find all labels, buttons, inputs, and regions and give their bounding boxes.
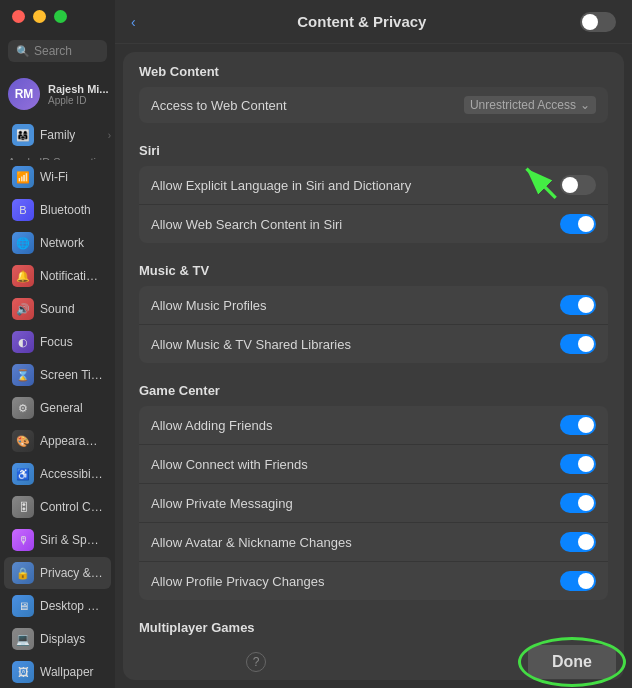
chevron-down-icon: ⌄	[580, 98, 590, 112]
row-label-private-messaging: Allow Private Messaging	[151, 496, 560, 511]
sidebar-label-network: Network	[40, 236, 84, 250]
bottom-bar: ? Done	[230, 636, 632, 688]
main-area: ‹ Content & Privacy Web ContentAccess to…	[115, 0, 632, 688]
row-adding-friends: Allow Adding Friends	[139, 406, 608, 445]
section-siri: SiriAllow Explicit Language in Siri and …	[123, 131, 624, 251]
toggle-private-messaging[interactable]	[560, 493, 596, 513]
sound-icon: 🔊	[12, 298, 34, 320]
sidebar-label-privacy: Privacy & Sec...	[40, 566, 103, 580]
siri-icon: 🎙	[12, 529, 34, 551]
general-icon: ⚙	[12, 397, 34, 419]
section-title-multiplayer: Multiplayer Games	[139, 620, 608, 635]
bluetooth-icon: B	[12, 199, 34, 221]
close-button[interactable]	[12, 10, 25, 23]
sidebar-item-controlcenter[interactable]: 🎛Control Centr...	[4, 491, 111, 523]
page-title: Content & Privacy	[144, 13, 580, 30]
row-label-avatar-nickname: Allow Avatar & Nickname Changes	[151, 535, 560, 550]
help-button[interactable]: ?	[246, 652, 266, 672]
sidebar-item-general[interactable]: ⚙General	[4, 392, 111, 424]
toggle-connect-friends[interactable]	[560, 454, 596, 474]
traffic-lights	[12, 10, 67, 23]
chevron-right-icon: ›	[108, 130, 111, 141]
search-icon: 🔍	[16, 45, 30, 58]
desktop-icon: 🖥	[12, 595, 34, 617]
wifi-icon: 📶	[12, 166, 34, 188]
sidebar-label-notifications: Notifications	[40, 269, 103, 283]
row-access-web: Access to Web ContentUnrestricted Access…	[139, 87, 608, 123]
sidebar-label-controlcenter: Control Centr...	[40, 500, 103, 514]
sidebar-label-sound: Sound	[40, 302, 75, 316]
sidebar-label-accessibility: Accessibility	[40, 467, 103, 481]
sidebar-item-wifi[interactable]: 📶Wi-Fi	[4, 161, 111, 193]
sidebar-item-bluetooth[interactable]: BBluetooth	[4, 194, 111, 226]
sidebar-label-wifi: Wi-Fi	[40, 170, 68, 184]
sidebar-item-appearance[interactable]: 🎨Appearance	[4, 425, 111, 457]
toggle-adding-friends[interactable]	[560, 415, 596, 435]
search-box[interactable]: 🔍 Search	[8, 40, 107, 62]
section-title-game-center: Game Center	[139, 383, 608, 398]
sidebar-label-siri: Siri & Spotlight	[40, 533, 103, 547]
toggle-avatar-nickname[interactable]	[560, 532, 596, 552]
row-profile-privacy: Allow Profile Privacy Changes	[139, 562, 608, 600]
user-section[interactable]: RM Rajesh Mi... Apple ID	[0, 74, 115, 118]
main-toggle[interactable]	[580, 12, 616, 32]
row-private-messaging: Allow Private Messaging	[139, 484, 608, 523]
back-chevron-icon: ‹	[131, 14, 136, 30]
row-label-explicit-language: Allow Explicit Language in Siri and Dict…	[151, 178, 560, 193]
accessibility-icon: ♿	[12, 463, 34, 485]
controlcenter-icon: 🎛	[12, 496, 34, 518]
sidebar-label-displays: Displays	[40, 632, 85, 646]
sidebar-item-privacy[interactable]: 🔒Privacy & Sec...	[4, 557, 111, 589]
sidebar-label-screentime: Screen Time	[40, 368, 103, 382]
minimize-button[interactable]	[33, 10, 46, 23]
sidebar-item-notifications[interactable]: 🔔Notifications	[4, 260, 111, 292]
user-subtitle: Apple ID	[48, 95, 109, 106]
row-explicit-language: Allow Explicit Language in Siri and Dict…	[139, 166, 608, 205]
row-web-search: Allow Web Search Content in Siri	[139, 205, 608, 243]
row-shared-libraries: Allow Music & TV Shared Libraries	[139, 325, 608, 363]
sidebar-item-network[interactable]: 🌐Network	[4, 227, 111, 259]
section-game-center: Game CenterAllow Adding FriendsAllow Con…	[123, 371, 624, 608]
toggle-profile-privacy[interactable]	[560, 571, 596, 591]
screentime-icon: ⌛	[12, 364, 34, 386]
row-label-music-profiles: Allow Music Profiles	[151, 298, 560, 313]
done-highlight-circle	[518, 637, 626, 687]
sidebar-item-wallpaper[interactable]: 🖼Wallpaper	[4, 656, 111, 688]
select-value-access-web: Unrestricted Access	[470, 98, 576, 112]
sidebar-item-family[interactable]: 👨‍👩‍👧 Family ›	[4, 119, 111, 151]
row-label-shared-libraries: Allow Music & TV Shared Libraries	[151, 337, 560, 352]
row-label-web-search: Allow Web Search Content in Siri	[151, 217, 560, 232]
done-button-wrapper: Done	[528, 645, 616, 679]
sidebar-item-siri[interactable]: 🎙Siri & Spotlight	[4, 524, 111, 556]
toggle-music-profiles[interactable]	[560, 295, 596, 315]
section-title-siri: Siri	[139, 143, 608, 158]
sidebar-label-bluetooth: Bluetooth	[40, 203, 91, 217]
network-icon: 🌐	[12, 232, 34, 254]
sidebar-items: 📶Wi-FiBBluetooth🌐Network🔔Notifications🔊S…	[0, 160, 115, 688]
sidebar: 🔍 Search RM Rajesh Mi... Apple ID 👨‍👩‍👧 …	[0, 0, 115, 688]
header: ‹ Content & Privacy	[115, 0, 632, 44]
row-avatar-nickname: Allow Avatar & Nickname Changes	[139, 523, 608, 562]
section-title-web-content: Web Content	[139, 64, 608, 79]
section-music-tv: Music & TVAllow Music ProfilesAllow Musi…	[123, 251, 624, 371]
select-access-web[interactable]: Unrestricted Access ⌄	[464, 96, 596, 114]
sidebar-item-desktop[interactable]: 🖥Desktop & Do...	[4, 590, 111, 622]
toggle-shared-libraries[interactable]	[560, 334, 596, 354]
fullscreen-button[interactable]	[54, 10, 67, 23]
focus-icon: ◐	[12, 331, 34, 353]
sidebar-item-displays[interactable]: 💻Displays	[4, 623, 111, 655]
sidebar-item-accessibility[interactable]: ♿Accessibility	[4, 458, 111, 490]
sidebar-item-screentime[interactable]: ⌛Screen Time	[4, 359, 111, 391]
toggle-explicit-language[interactable]	[560, 175, 596, 195]
sidebar-item-sound[interactable]: 🔊Sound	[4, 293, 111, 325]
toggle-web-search[interactable]	[560, 214, 596, 234]
sidebar-label-focus: Focus	[40, 335, 73, 349]
row-label-connect-friends: Allow Connect with Friends	[151, 457, 560, 472]
avatar: RM	[8, 78, 40, 110]
sidebar-item-focus[interactable]: ◐Focus	[4, 326, 111, 358]
back-button[interactable]: ‹	[131, 14, 136, 30]
sidebar-label-appearance: Appearance	[40, 434, 103, 448]
displays-icon: 💻	[12, 628, 34, 650]
section-title-music-tv: Music & TV	[139, 263, 608, 278]
section-rows-music-tv: Allow Music ProfilesAllow Music & TV Sha…	[139, 286, 608, 363]
